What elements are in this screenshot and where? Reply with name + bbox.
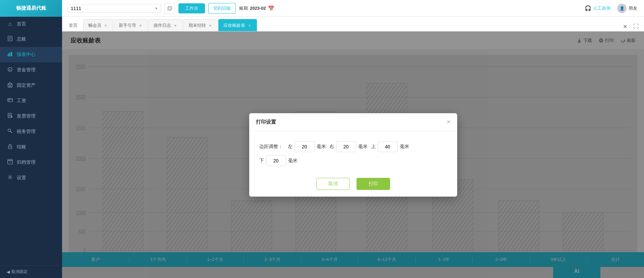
left-margin-input[interactable] — [294, 141, 315, 152]
sidebar-item-label: 工资 — [17, 98, 26, 104]
avatar: 👤 — [617, 4, 627, 13]
tab-close-icon[interactable]: × — [247, 23, 252, 28]
sidebar-item-home[interactable]: ⌂ 首页 — [0, 17, 62, 31]
collapse-icon: ◀ — [7, 270, 10, 274]
tab-label: 应收账龄表 — [223, 22, 245, 28]
user-area[interactable]: 👤 用友 — [617, 4, 637, 13]
modal-overlay: 打印设置 × 边距调整： 左 毫米 右 — [62, 31, 644, 278]
tab-label: 畅会员 — [88, 22, 101, 28]
user-name: 用友 — [629, 5, 637, 11]
sidebar-item-label: 固定资产 — [17, 82, 36, 88]
sidebar-item-settings[interactable]: 设置 — [0, 170, 62, 186]
svg-point-24 — [10, 147, 10, 148]
sidebar-item-ledger[interactable]: 总账 — [0, 31, 62, 47]
tab-close-icon[interactable]: × — [103, 23, 108, 28]
close-window-button[interactable]: ✕ — [620, 22, 630, 31]
svg-rect-7 — [9, 53, 10, 56]
left-label: 左 — [288, 144, 292, 150]
tab-label: 期末结转 — [189, 22, 206, 28]
svg-point-28 — [9, 177, 11, 178]
sidebar-collapse-button[interactable]: ◀ 取消固定 — [0, 265, 62, 278]
sidebar-item-label: 归档管理 — [17, 159, 36, 165]
sidebar-item-invoice[interactable]: 发票管理 — [0, 109, 62, 124]
maximize-window-button[interactable]: ⛶ — [631, 22, 641, 31]
tab-label: 首页 — [69, 22, 77, 28]
modal-close-button[interactable]: × — [447, 119, 450, 126]
margin-row: 边距调整： 左 毫米 右 毫米 — [259, 141, 447, 166]
company-name: 1111 — [71, 6, 155, 11]
svg-rect-8 — [11, 52, 12, 56]
main-layout: ⌂ 首页 总账 报表 — [0, 17, 644, 278]
bottom-unit: 毫米 — [288, 158, 298, 164]
sidebar-item-tax[interactable]: 税务管理 — [0, 124, 62, 139]
confirm-print-button[interactable]: 打印 — [357, 178, 390, 190]
top-unit: 毫米 — [400, 144, 409, 150]
modal-footer: 取消 打印 — [249, 173, 457, 197]
tab-close-icon[interactable]: × — [138, 23, 143, 28]
margin-right-group: 右 毫米 — [329, 141, 368, 152]
tab-actions: ✕ ⛶ — [620, 22, 642, 31]
sidebar: ⌂ 首页 总账 报表 — [0, 17, 62, 278]
invoice-icon — [7, 113, 13, 120]
tab-aging[interactable]: 应收账龄表 × — [218, 19, 257, 31]
sidebar-item-fund[interactable]: ¥ 资金管理 — [0, 62, 62, 78]
consult-button[interactable]: 🎧 人工咨询 — [585, 5, 610, 11]
period-area: 账期 2023-02 📅 — [239, 5, 274, 11]
tab-period-end[interactable]: 期末结转 × — [183, 19, 218, 31]
modal-header: 打印设置 × — [249, 113, 457, 131]
logo-area: 畅捷通易代账 — [0, 0, 62, 17]
right-margin-input[interactable] — [336, 141, 356, 152]
workbench-button[interactable]: 工作台 — [178, 3, 205, 13]
consult-label: 人工咨询 — [593, 5, 610, 11]
header-right: 🎧 人工咨询 👤 用友 — [585, 4, 644, 13]
margin-top-group: 上 毫米 — [371, 141, 409, 152]
sidebar-item-reports[interactable]: 报表中心 — [0, 47, 62, 62]
tabs-bar: 首页 畅会员 × 新手引导 × 操作日志 × 期末结转 × 应收账龄表 × — [62, 17, 644, 31]
chevron-down-icon: ▾ — [155, 6, 157, 11]
salary-icon — [7, 97, 13, 104]
collapse-label: 取消固定 — [11, 269, 28, 275]
right-unit: 毫米 — [358, 144, 368, 150]
sidebar-item-close[interactable]: 结账 — [0, 139, 62, 155]
tab-guide[interactable]: 新手引导 × — [114, 19, 148, 31]
bottom-margin-input[interactable] — [266, 155, 286, 166]
tab-oplog[interactable]: 操作日志 × — [149, 19, 183, 31]
sidebar-item-label: 报表中心 — [17, 52, 36, 58]
tax-icon — [7, 128, 13, 135]
header: 畅捷通易代账 1111 ▾ 工作台 切到旧版 账期 2023-02 📅 🎧 人工… — [0, 0, 644, 17]
tab-home[interactable]: 首页 — [64, 19, 83, 31]
sidebar-item-label: 结账 — [17, 144, 26, 150]
company-select[interactable]: 1111 ▾ — [67, 4, 161, 13]
svg-line-22 — [10, 131, 12, 133]
logo-text: 畅捷通易代账 — [16, 5, 46, 11]
svg-rect-12 — [9, 85, 11, 87]
svg-rect-26 — [8, 159, 12, 160]
archive-icon — [7, 159, 13, 166]
sidebar-item-salary[interactable]: 工资 — [0, 93, 62, 109]
period-label: 账期 — [239, 5, 248, 11]
modal-title: 打印设置 — [256, 119, 276, 125]
svg-rect-6 — [8, 54, 9, 56]
svg-rect-13 — [8, 98, 12, 102]
reports-icon — [7, 51, 13, 58]
svg-text:¥: ¥ — [9, 68, 11, 71]
settings-icon — [7, 175, 13, 181]
content-area: 首页 畅会员 × 新手引导 × 操作日志 × 期末结转 × 应收账龄表 × — [62, 17, 644, 278]
tab-close-icon[interactable]: × — [208, 23, 213, 28]
tab-close-icon[interactable]: × — [173, 23, 178, 28]
tab-member[interactable]: 畅会员 × — [83, 19, 113, 31]
sidebar-item-archive[interactable]: 归档管理 — [0, 155, 62, 170]
top-margin-input[interactable] — [378, 141, 398, 152]
cancel-button[interactable]: 取消 — [316, 178, 350, 190]
tab-label: 操作日志 — [154, 22, 171, 28]
sidebar-item-label: 税务管理 — [17, 129, 36, 135]
svg-rect-25 — [8, 160, 12, 164]
sidebar-item-asset[interactable]: 固定资产 — [0, 78, 62, 93]
home-icon: ⌂ — [7, 21, 13, 27]
copy-button[interactable] — [164, 3, 175, 14]
calendar-icon[interactable]: 📅 — [268, 5, 274, 11]
ledger-icon — [7, 36, 13, 43]
switch-version-button[interactable]: 切到旧版 — [208, 3, 236, 14]
sidebar-item-label: 设置 — [17, 175, 26, 181]
sidebar-item-label: 发票管理 — [17, 113, 36, 119]
